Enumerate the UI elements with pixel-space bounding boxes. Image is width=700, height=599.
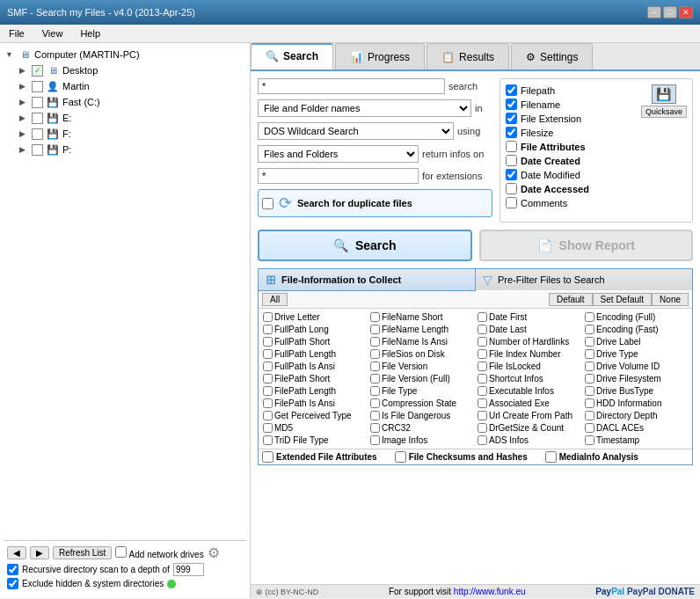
cb-url-create[interactable] <box>478 411 487 420</box>
cb-trid[interactable] <box>263 435 273 445</box>
exclude-checkbox[interactable] <box>7 578 18 589</box>
ext-checksums[interactable]: File Checksums and Hashes <box>395 451 528 463</box>
cb-is-dangerous[interactable] <box>370 411 380 420</box>
next-button[interactable]: ▶ <box>30 546 49 559</box>
cb-filepath-isansi[interactable] <box>263 398 273 408</box>
cb-crc32[interactable] <box>370 423 380 433</box>
cb-associated-exe[interactable] <box>478 398 487 408</box>
cb-file-index[interactable] <box>478 349 487 359</box>
cb-date-last[interactable] <box>478 325 487 334</box>
set-default-button[interactable]: Set Default <box>593 293 652 306</box>
filepath-checkbox[interactable] <box>506 84 517 96</box>
menu-file[interactable]: File <box>4 26 30 40</box>
tree-item-desktop[interactable]: ▶ ✓ 🖥 Desktop <box>18 62 246 78</box>
cb-ads-infos[interactable] <box>478 435 487 445</box>
close-button[interactable]: ✕ <box>679 6 693 18</box>
cb-shortcut-infos[interactable] <box>478 374 487 384</box>
extension-input[interactable] <box>258 168 419 184</box>
menu-view[interactable]: View <box>37 26 69 40</box>
recursive-checkbox[interactable] <box>7 564 18 575</box>
cb-drive-filesystem[interactable] <box>585 374 594 384</box>
cb-drive-bustype[interactable] <box>585 386 594 396</box>
quicksave-button[interactable]: Quicksave <box>641 106 687 118</box>
refresh-button[interactable]: Refresh List <box>53 546 112 559</box>
tree-item-p[interactable]: ▶ 💾 P: <box>18 142 246 157</box>
cb-filepath-short[interactable] <box>263 374 273 384</box>
all-button[interactable]: All <box>262 293 288 306</box>
cb-file-version-full[interactable] <box>370 374 380 384</box>
cb-date-first[interactable] <box>478 312 487 322</box>
cb-encoding-full[interactable] <box>585 312 594 322</box>
cb-fullpath-short[interactable] <box>263 337 273 347</box>
datecreated-checkbox[interactable] <box>506 155 517 166</box>
none-button[interactable]: None <box>652 293 689 306</box>
cb-fullpath-length[interactable] <box>263 349 273 359</box>
tab-progress[interactable]: 📊 Progress <box>335 43 425 69</box>
search-input[interactable] <box>258 78 445 94</box>
cb-filename-isansi[interactable] <box>370 337 380 347</box>
check-c[interactable] <box>32 97 43 108</box>
cb-file-version[interactable] <box>370 362 380 371</box>
cb-file-islocked[interactable] <box>478 362 487 371</box>
fileattr-checkbox[interactable] <box>506 141 517 152</box>
filesize-checkbox[interactable] <box>506 127 517 138</box>
cb-md5[interactable] <box>263 423 273 433</box>
add-network-checkbox[interactable] <box>115 546 127 558</box>
cb-filename-short[interactable] <box>370 312 380 322</box>
cb-ext-checksums[interactable] <box>395 451 406 463</box>
check-martin[interactable] <box>32 81 43 92</box>
fileext-checkbox[interactable] <box>506 113 517 124</box>
cb-filesios[interactable] <box>370 349 380 359</box>
tree-item-e[interactable]: ▶ 💾 E: <box>18 110 246 126</box>
quicksave-icon[interactable]: 💾 <box>652 84 676 104</box>
tab-results[interactable]: 📋 Results <box>427 43 509 69</box>
tab-search[interactable]: 🔍 Search <box>251 43 333 69</box>
check-f[interactable] <box>32 128 43 140</box>
cb-hardlinks[interactable] <box>478 337 487 347</box>
tab-settings[interactable]: ⚙ Settings <box>511 43 593 69</box>
return-dropdown[interactable]: Files and Folders Files only Folders onl… <box>258 145 419 163</box>
maximize-button[interactable]: □ <box>663 6 677 18</box>
network-icon[interactable]: ⚙ <box>208 544 220 561</box>
cb-drive-label[interactable] <box>585 337 594 347</box>
duplicate-checkbox[interactable] <box>262 198 273 209</box>
default-button[interactable]: Default <box>549 293 593 306</box>
cb-compression[interactable] <box>370 398 380 408</box>
ext-file-attrs[interactable]: Extended File Attributes <box>262 451 377 463</box>
comments-checkbox[interactable] <box>506 197 517 208</box>
dateacc-checkbox[interactable] <box>506 183 517 194</box>
cb-fullpath-long[interactable] <box>263 325 273 334</box>
filename-checkbox[interactable] <box>506 99 517 110</box>
cb-drgetsize[interactable] <box>478 423 487 433</box>
menu-help[interactable]: Help <box>75 26 106 40</box>
in-dropdown[interactable]: File and Folder names File names only Fo… <box>258 99 471 117</box>
cb-timestamp[interactable] <box>585 435 594 445</box>
cb-executable-infos[interactable] <box>478 386 487 396</box>
minimize-button[interactable]: ─ <box>647 6 661 18</box>
check-p[interactable] <box>32 144 43 156</box>
cb-filename-length[interactable] <box>370 325 380 334</box>
support-link[interactable]: http://www.funk.eu <box>454 587 526 596</box>
cb-ext-mediainfo[interactable] <box>545 451 557 463</box>
ext-mediainfo[interactable]: MediaInfo Analysis <box>545 451 638 463</box>
cb-dacl-aces[interactable] <box>585 423 594 433</box>
cb-encoding-fast[interactable] <box>585 325 594 334</box>
tree-item-martin[interactable]: ▶ 👤 Martin <box>18 78 246 94</box>
cb-fullpath-isansi[interactable] <box>263 362 273 371</box>
depth-input[interactable] <box>173 563 204 576</box>
tree-item-c[interactable]: ▶ 💾 Fast (C:) <box>18 94 246 110</box>
check-desktop[interactable]: ✓ <box>32 65 43 77</box>
cb-perceived-type[interactable] <box>263 411 273 420</box>
check-e[interactable] <box>32 113 43 124</box>
cb-image-infos[interactable] <box>370 435 380 445</box>
cb-ext-attrs[interactable] <box>262 451 273 463</box>
datemod-checkbox[interactable] <box>506 169 517 180</box>
prev-button[interactable]: ◀ <box>7 546 26 559</box>
cb-dir-depth[interactable] <box>585 411 594 420</box>
cb-drive-type[interactable] <box>585 349 594 359</box>
search-button[interactable]: 🔍 Search <box>258 230 472 261</box>
cb-hdd-info[interactable] <box>585 398 594 408</box>
cb-file-type[interactable] <box>370 386 380 396</box>
tree-root[interactable]: ▼ 🖥 Computer (MARTIN-PC) <box>4 47 246 62</box>
cb-drive-volumeid[interactable] <box>585 362 594 371</box>
